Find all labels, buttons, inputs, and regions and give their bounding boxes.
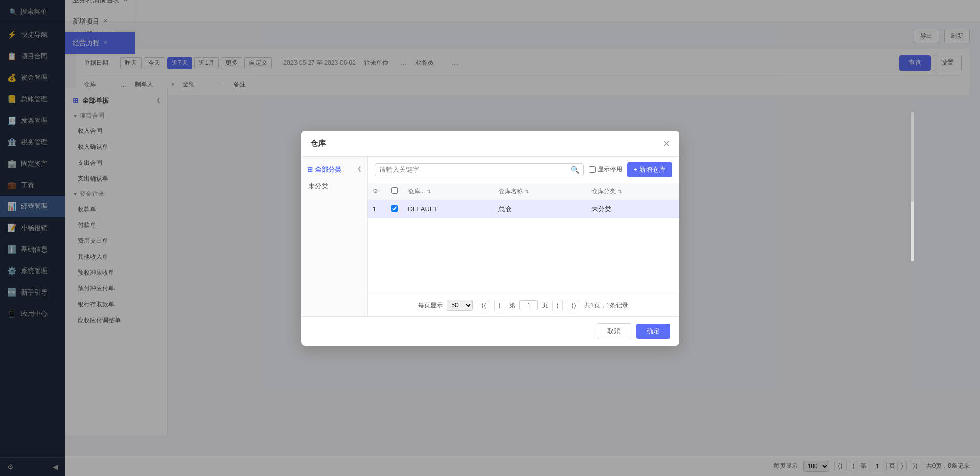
sort-category-icon[interactable]: ⇅ bbox=[618, 189, 622, 194]
col-name: 仓库名称 ⇅ bbox=[493, 183, 586, 200]
modal-body: ⊞ 全部分类 《 未分类 🔍 bbox=[301, 157, 679, 316]
sort-name-icon[interactable]: ⇅ bbox=[525, 189, 529, 194]
confirm-button[interactable]: 确定 bbox=[636, 324, 670, 339]
category-all-label: 全部分类 bbox=[315, 165, 341, 174]
modal-title: 仓库 bbox=[310, 139, 326, 148]
row-checkbox[interactable] bbox=[386, 200, 403, 218]
row-category: 未分类 bbox=[586, 200, 679, 218]
modal-per-page-label: 每页显示 bbox=[418, 301, 443, 310]
select-all-checkbox[interactable] bbox=[391, 187, 398, 194]
col-category-label: 仓库分类 bbox=[591, 188, 616, 195]
modal-footer: 取消 确定 bbox=[301, 316, 679, 346]
row-code: DEFAULT bbox=[403, 200, 494, 218]
show-disabled-label: 显示停用 bbox=[598, 165, 622, 174]
modal-search-bar: 🔍 显示停用 + 新增仓库 bbox=[368, 157, 679, 183]
modal-last-page[interactable]: ⟩⟩ bbox=[567, 300, 580, 311]
modal-total: 共1页，1条记录 bbox=[584, 301, 628, 310]
modal-page-label: 第 bbox=[509, 301, 515, 310]
col-code: 仓库... ⇅ bbox=[403, 183, 494, 200]
category-icon: ⊞ bbox=[307, 166, 313, 173]
category-all[interactable]: ⊞ 全部分类 《 bbox=[301, 162, 367, 177]
modal-overlay: 仓库 ✕ ⊞ 全部分类 《 未分类 bbox=[0, 0, 980, 476]
table-row[interactable]: 1 DEFAULT 总仓 未分类 bbox=[368, 200, 679, 218]
category-item-未分类[interactable]: 未分类 bbox=[301, 177, 367, 195]
modal-close-button[interactable]: ✕ bbox=[663, 138, 670, 149]
search-input-wrap: 🔍 bbox=[375, 163, 584, 176]
modal-first-page[interactable]: ⟨⟨ bbox=[477, 300, 490, 311]
add-warehouse-button[interactable]: + 新增仓库 bbox=[627, 162, 672, 177]
category-items: 未分类 bbox=[301, 177, 367, 195]
modal-right: 🔍 显示停用 + 新增仓库 ⚙ bbox=[368, 157, 679, 316]
modal-pagination: 每页显示 50 20 100 ⟨⟨ ⟨ 第 页 ⟩ ⟩⟩ 共1页，1条记录 bbox=[368, 294, 679, 316]
show-disabled-checkbox[interactable] bbox=[589, 166, 596, 173]
modal-header: 仓库 ✕ bbox=[301, 131, 679, 157]
warehouse-modal: 仓库 ✕ ⊞ 全部分类 《 未分类 bbox=[301, 131, 679, 346]
col-code-label: 仓库... bbox=[408, 188, 425, 195]
warehouse-search-input[interactable] bbox=[379, 166, 571, 173]
search-icon: 🔍 bbox=[571, 166, 579, 174]
col-gear: ⚙ bbox=[368, 183, 386, 200]
modal-page-input[interactable] bbox=[519, 300, 538, 310]
row-name: 总仓 bbox=[493, 200, 586, 218]
gear-icon[interactable]: ⚙ bbox=[373, 188, 378, 195]
show-disabled-wrap: 显示停用 bbox=[589, 165, 622, 174]
col-checkbox bbox=[386, 183, 403, 200]
sort-code-icon[interactable]: ⇅ bbox=[427, 189, 431, 194]
modal-prev-page[interactable]: ⟨ bbox=[494, 300, 505, 311]
modal-next-page[interactable]: ⟩ bbox=[552, 300, 563, 311]
category-collapse[interactable]: 《 bbox=[355, 165, 361, 174]
modal-page-label2: 页 bbox=[542, 301, 548, 310]
col-category: 仓库分类 ⇅ bbox=[586, 183, 679, 200]
modal-per-page-select[interactable]: 50 20 100 bbox=[447, 300, 473, 311]
col-name-label: 仓库名称 bbox=[498, 188, 523, 195]
category-panel: ⊞ 全部分类 《 未分类 bbox=[301, 157, 368, 316]
cancel-button[interactable]: 取消 bbox=[597, 323, 631, 339]
category-spacer bbox=[301, 195, 367, 297]
row-select-checkbox[interactable] bbox=[391, 205, 398, 212]
row-index: 1 bbox=[368, 200, 386, 218]
warehouse-table: ⚙ 仓库... ⇅ 仓库名称 bbox=[368, 183, 679, 294]
